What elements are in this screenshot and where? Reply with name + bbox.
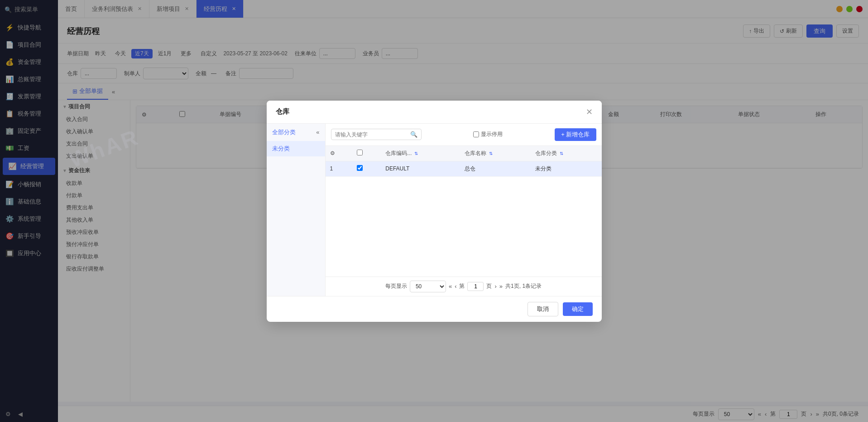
modal-category-list: 未分类	[267, 141, 325, 296]
modal-header: 仓库 ✕	[267, 101, 602, 124]
modal-th-name[interactable]: 仓库名称 ⇅	[460, 146, 531, 161]
modal-toolbar: 🔍 显示停用 + 新增仓库	[326, 124, 602, 146]
modal-th-settings: ⚙	[326, 146, 352, 161]
modal-confirm-button[interactable]: 确定	[563, 302, 593, 316]
modal-title: 仓库	[276, 107, 289, 116]
show-disabled-label: 显示停用	[481, 131, 503, 138]
modal-last-page-btn[interactable]: »	[499, 283, 503, 290]
sort-cat-icon: ⇅	[560, 151, 563, 156]
modal-footer: 取消 确定	[267, 296, 602, 322]
sort-code-icon: ⇅	[414, 151, 418, 156]
modal-th-code[interactable]: 仓库编码... ⇅	[381, 146, 460, 161]
watermark-text: WhAR	[66, 124, 142, 172]
show-disabled-checkbox[interactable]	[473, 131, 479, 137]
row-category-cell: 未分类	[531, 161, 601, 176]
modal-table-header: ⚙ 仓库编码... ⇅ 仓库名称	[326, 146, 602, 161]
modal-th-checkbox	[352, 146, 381, 161]
modal-table-body: 1 DEFAULT 总仓 未分类	[326, 161, 602, 176]
row-name-cell: 总仓	[460, 161, 531, 176]
modal-overlay: WhAR 仓库 ✕ 全部分类 « 未分类	[0, 0, 868, 422]
left-panel-collapse-icon[interactable]: «	[316, 129, 319, 136]
modal-cancel-button[interactable]: 取消	[528, 302, 558, 316]
warehouse-modal: 仓库 ✕ 全部分类 « 未分类 🔍	[267, 101, 602, 322]
modal-total-records: 共1页, 1条记录	[505, 282, 542, 290]
add-btn-label: + 新增仓库	[561, 131, 590, 139]
modal-first-page-btn[interactable]: «	[449, 283, 452, 290]
modal-prev-page-btn[interactable]: ‹	[455, 283, 456, 290]
modal-page-input[interactable]	[467, 282, 484, 291]
category-uncategorized[interactable]: 未分类	[267, 141, 325, 156]
modal-per-page-select[interactable]: 50 100	[410, 281, 446, 292]
all-category-label[interactable]: 全部分类	[272, 128, 296, 136]
modal-next-page-btn[interactable]: ›	[494, 283, 496, 290]
modal-right-panel: 🔍 显示停用 + 新增仓库	[326, 124, 602, 296]
row-index: 1	[326, 161, 352, 176]
modal-close-button[interactable]: ✕	[586, 107, 593, 117]
modal-search-input[interactable]	[335, 131, 408, 138]
row-select-checkbox[interactable]	[357, 165, 363, 171]
modal-per-page-label: 每页显示	[385, 282, 407, 290]
modal-settings-icon[interactable]: ⚙	[330, 150, 335, 156]
modal-table-area: ⚙ 仓库编码... ⇅ 仓库名称	[326, 146, 602, 276]
modal-select-all[interactable]	[357, 150, 363, 155]
modal-page-suffix: 页	[486, 282, 492, 290]
row-code-cell: DEFAULT	[381, 161, 460, 176]
table-row[interactable]: 1 DEFAULT 总仓 未分类	[326, 161, 602, 176]
sort-name-icon: ⇅	[489, 151, 493, 156]
modal-table: ⚙ 仓库编码... ⇅ 仓库名称	[326, 146, 602, 177]
modal-pagination: 每页显示 50 100 « ‹ 第 页 › » 共1页, 1条记录	[326, 276, 602, 296]
modal-left-panel: 全部分类 « 未分类	[267, 124, 326, 296]
modal-search-icon[interactable]: 🔍	[410, 131, 417, 138]
modal-page-label: 第	[459, 282, 465, 290]
modal-search-wrap: 🔍	[331, 129, 422, 140]
modal-th-category[interactable]: 仓库分类 ⇅	[531, 146, 601, 161]
show-disabled-toggle[interactable]: 显示停用	[473, 131, 503, 138]
modal-body: 全部分类 « 未分类 🔍 显示停用	[267, 124, 602, 296]
add-warehouse-button[interactable]: + 新增仓库	[555, 128, 596, 141]
row-checkbox-cell	[352, 161, 381, 176]
modal-left-header: 全部分类 «	[267, 124, 325, 141]
